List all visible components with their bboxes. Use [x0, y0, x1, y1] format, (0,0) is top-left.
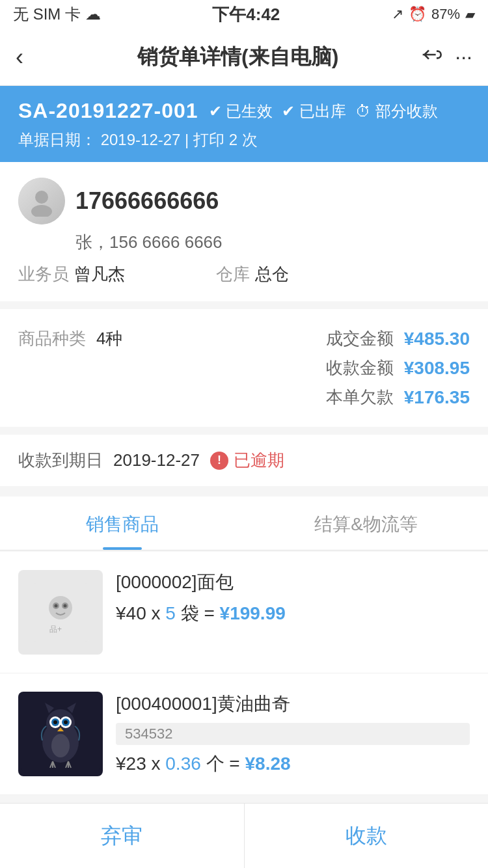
owed-label: 本单欠款: [326, 386, 394, 409]
customer-phone: 17666666666: [75, 187, 219, 215]
salesperson-label: 业务员: [18, 263, 69, 286]
salesperson-value: 曾凡杰: [74, 263, 125, 286]
product-qty-2: 0.36: [165, 753, 201, 774]
due-section: 收款到期日 2019-12-27 ! 已逾期: [0, 435, 488, 486]
header-actions: ···: [421, 44, 472, 70]
summary-left: 商品种类 4种: [18, 327, 122, 350]
svg-text:品+: 品+: [49, 625, 62, 634]
product-code-2: [000400001]: [116, 694, 217, 714]
owed-row: 本单欠款 ¥176.35: [326, 386, 470, 409]
tab-settlement[interactable]: 结算&物流等: [244, 496, 488, 550]
more-icon[interactable]: ···: [455, 45, 472, 69]
battery-status: 87%: [431, 6, 460, 23]
customer-top: 17666666666: [18, 178, 470, 224]
warehouse-label: 仓库: [216, 263, 250, 286]
overdue-icon: !: [210, 452, 228, 470]
date-label: 单据日期：: [18, 131, 96, 148]
date-value: 2019-12-27: [101, 131, 181, 148]
product-price-1: ¥40 x 5 袋 = ¥199.99: [116, 601, 470, 626]
status-right: ↗ ⏰ 87% ▰: [392, 6, 475, 23]
badge-effective: ✔ 已生效: [209, 101, 273, 122]
collected-label: 收款金额: [326, 357, 394, 379]
info-bar: SA-20191227-001 ✔ 已生效 ✔ 已出库 ⏱ 部分收款 单据日期：…: [0, 86, 488, 162]
list-item: 品+ [0000002]面包 ¥40 x 5 袋 = ¥199.99: [0, 552, 488, 673]
location-icon: ↗: [392, 6, 403, 23]
product-types-value: 4种: [96, 327, 122, 350]
product-name-2: [000400001]黄油曲奇: [116, 692, 470, 716]
warehouse-info: 仓库 总仓: [216, 263, 289, 286]
collected-value: ¥308.95: [404, 358, 470, 379]
product-unit-1: 袋: [181, 603, 199, 623]
product-price-2: ¥23 x 0.36 个 = ¥8.28: [116, 752, 470, 776]
bottom-bar: 弃审 收款: [0, 803, 488, 868]
products-section: 品+ [0000002]面包 ¥40 x 5 袋 = ¥199.99: [0, 552, 488, 795]
customer-meta: 业务员 曾凡杰 仓库 总仓: [18, 263, 470, 286]
svg-point-1: [31, 205, 52, 217]
customer-section: 17666666666 张，156 6666 6666 业务员 曾凡杰 仓库 总…: [0, 162, 488, 301]
salesperson-info: 业务员 曾凡杰: [18, 263, 125, 286]
product-image-2: [18, 692, 103, 776]
list-item: [000400001]黄油曲奇 534532 ¥23 x 0.36 个 = ¥8…: [0, 673, 488, 795]
svg-point-0: [35, 191, 48, 204]
amount-row: 成交金额 ¥485.30: [326, 327, 470, 350]
page-title: 销货单详情(来自电脑): [55, 43, 421, 72]
status-badges: ✔ 已生效 ✔ 已出库 ⏱ 部分收款: [209, 101, 438, 122]
info-bar-date: 单据日期： 2019-12-27 | 打印 2 次: [18, 129, 470, 150]
product-unit-2: 个: [206, 753, 224, 774]
product-types-row: 商品种类 4种: [18, 327, 122, 350]
overdue-text: 已逾期: [234, 449, 284, 472]
info-bar-top: SA-20191227-001 ✔ 已生效 ✔ 已出库 ⏱ 部分收款: [18, 99, 470, 123]
product-total-1: ¥199.99: [220, 603, 286, 623]
abandon-review-button[interactable]: 弃审: [0, 804, 245, 868]
customer-sub: 张，156 6666 6666: [18, 231, 470, 254]
product-info-1: [0000002]面包 ¥40 x 5 袋 = ¥199.99: [116, 570, 470, 626]
price-unit-1: ¥40: [116, 603, 146, 623]
battery-icon: ▰: [465, 7, 475, 22]
status-bar: 无 SIM 卡 ☁ 下午4:42 ↗ ⏰ 87% ▰: [0, 0, 488, 29]
overdue-badge: ! 已逾期: [210, 449, 284, 472]
back-button[interactable]: ‹: [16, 44, 55, 71]
tab-settlement-label: 结算&物流等: [314, 514, 418, 534]
collected-row: 收款金额 ¥308.95: [326, 357, 470, 379]
print-count: | 打印 2 次: [185, 131, 258, 148]
order-id: SA-20191227-001: [18, 99, 198, 123]
badge-partial: ⏱ 部分收款: [355, 101, 438, 122]
product-total-2: ¥8.28: [245, 753, 290, 774]
status-time: 下午4:42: [212, 3, 280, 26]
collect-payment-button[interactable]: 收款: [245, 804, 489, 868]
svg-point-18: [53, 720, 57, 724]
product-types-label: 商品种类: [18, 327, 86, 350]
product-code-1: [0000002]: [116, 572, 197, 592]
status-left: 无 SIM 卡 ☁: [13, 4, 101, 25]
alarm-icon: ⏰: [409, 6, 426, 23]
summary-right: 成交金额 ¥485.30 收款金额 ¥308.95 本单欠款 ¥176.35: [326, 327, 470, 409]
svg-point-19: [64, 720, 68, 724]
product-qty-1: 5: [165, 603, 176, 623]
due-label: 收款到期日: [18, 449, 103, 472]
sim-status: 无 SIM 卡 ☁: [13, 4, 101, 25]
tabs-section: 销售商品 结算&物流等: [0, 496, 488, 550]
warehouse-value: 总仓: [255, 263, 289, 286]
svg-point-6: [55, 604, 58, 608]
tab-products-label: 销售商品: [86, 514, 159, 534]
avatar: [18, 178, 65, 224]
owed-value: ¥176.35: [404, 387, 470, 408]
header: ‹ 销货单详情(来自电脑) ···: [0, 29, 488, 86]
product-name-1: [0000002]面包: [116, 570, 470, 595]
product-sku-badge: 534532: [116, 723, 470, 745]
svg-point-7: [64, 604, 67, 608]
product-image-1: 品+: [18, 570, 103, 655]
share-icon[interactable]: [421, 44, 442, 70]
svg-point-3: [49, 596, 72, 619]
amount-label: 成交金额: [326, 327, 394, 350]
price-unit-2: ¥23: [116, 753, 146, 774]
svg-point-21: [51, 734, 70, 757]
amount-value: ¥485.30: [404, 329, 470, 349]
badge-shipped: ✔ 已出库: [282, 101, 346, 122]
product-info-2: [000400001]黄油曲奇 534532 ¥23 x 0.36 个 = ¥8…: [116, 692, 470, 776]
due-date-value: 2019-12-27: [113, 450, 200, 470]
tab-products[interactable]: 销售商品: [0, 496, 244, 550]
summary-section: 商品种类 4种 成交金额 ¥485.30 收款金额 ¥308.95 本单欠款 ¥…: [0, 309, 488, 427]
